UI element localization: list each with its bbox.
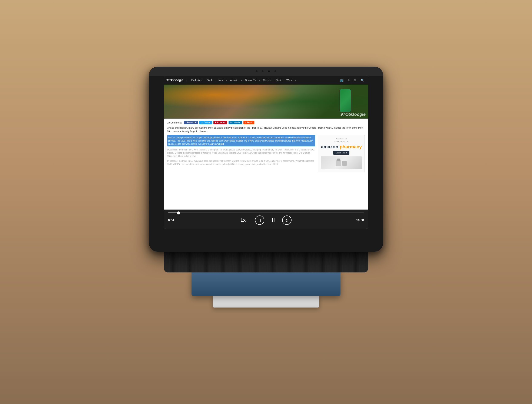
ad-brand: amazon pharmacy [321,144,362,150]
nav-item-stadia[interactable]: Stadia [274,78,283,82]
player-controls-row: 0:34 1x ↺ 10 [168,215,364,225]
device-stand [192,270,340,296]
rewind-button[interactable]: ↺ 10 [255,215,264,225]
nav-item-googletv[interactable]: Google TV [244,78,257,82]
sensor-left [256,70,258,72]
article-intro: Ahead of its launch, many believed the P… [167,126,365,133]
pinterest-icon: P [215,121,217,124]
article-area: 29 Comments f Facebook 🐦 Twitter P Pinte… [164,119,368,174]
playback-speed-label[interactable]: 1x [240,217,249,223]
article-paragraph-highlighted: Last fall, Google released two upper-mid… [167,135,315,146]
ad-introducing: INTRODUCING [321,141,362,143]
ad-box: Advertisement INTRODUCING amazon pharmac… [318,135,365,172]
ad-label: Advertisement [321,138,362,140]
article-paragraph-2: Meanwhile, the Pixel 4a 5G went the rout… [167,148,315,158]
nav-item-pixel[interactable]: Pixel [205,78,213,82]
share-reddit-button[interactable]: r Reddit [243,121,254,124]
camera-main [268,70,270,72]
advertisement-column: Advertisement INTRODUCING amazon pharmac… [318,135,365,172]
scroll-indicator[interactable] [166,139,166,165]
progress-thumb[interactable] [177,211,180,215]
forward-button[interactable]: ↻ 30 [282,215,292,225]
sensor-right [274,70,276,72]
svg-rect-2 [337,158,340,161]
ad-product-image [321,156,362,169]
scroll-thumb [166,146,166,152]
dollar-icon[interactable]: $ [346,78,351,83]
pharmacy-product-svg [335,158,348,167]
site-watermark: 9TO5Google [340,112,366,117]
player-center-controls: 1x ↺ 10 ⏸ [240,215,292,225]
navigation-bar: 9TO5Google ▾ Exclusives Pixel ▾ Nest ▾ A… [164,76,368,85]
content-columns: Last fall, Google released two upper-mid… [167,135,365,172]
pixel-phone-mockup [339,89,351,112]
logo-dropdown-arrow[interactable]: ▾ [186,79,187,81]
total-time-display: 10:58 [354,218,364,222]
play-pause-button[interactable]: ⏸ [270,217,276,224]
device-base-platform [213,295,319,308]
share-twitter-button[interactable]: 🐦 Twitter [199,121,212,124]
website-content: 9TO5Google ▾ Exclusives Pixel ▾ Nest ▾ A… [164,76,368,229]
speaker-fabric [164,251,368,272]
forward-seconds-label: 30 [285,220,288,223]
pause-icon: ⏸ [270,217,276,224]
search-icon[interactable]: 🔍 [359,78,366,83]
progress-bar[interactable] [168,213,364,213]
forward-circle: ↻ 30 [282,215,292,225]
sensor-left2 [262,70,263,72]
nav-item-work[interactable]: Work [285,78,293,82]
comment-count[interactable]: 29 Comments [167,121,182,124]
nav-item-exclusives[interactable]: Exclusives [190,78,204,82]
linkedin-icon: in [230,121,232,124]
rewind-circle: ↺ 10 [255,215,264,225]
share-facebook-button[interactable]: f Facebook [184,121,198,124]
twitter-icon: 🐦 [201,121,203,124]
facebook-icon: f [186,121,186,124]
article-paragraph-3: In essence, the Pixel 4a 5G may have bee… [167,159,315,166]
nest-hub-device: 9TO5Google ▾ Exclusives Pixel ▾ Nest ▾ A… [149,67,383,252]
article-text-column: Last fall, Google released two upper-mid… [167,135,315,172]
device-top-bar [149,67,383,76]
reddit-icon: r [245,121,246,124]
pixel-screen [340,89,351,112]
share-pinterest-button[interactable]: P Pinterest [214,121,227,124]
nav-item-nest[interactable]: Nest [217,78,225,82]
site-logo: 9TO5Google [166,78,183,82]
speaker-base [164,251,368,272]
audio-player: 0:34 1x ↺ 10 [164,209,368,229]
brightness-icon[interactable]: ☀ [352,78,358,83]
nav-item-chrome[interactable]: Chrome [262,78,272,82]
svg-rect-1 [342,161,347,166]
tv-icon[interactable]: 📺 [338,78,345,83]
ad-learn-more-button[interactable]: Learn more [333,151,349,155]
social-share-row: 29 Comments f Facebook 🐦 Twitter P Pinte… [167,121,365,124]
hero-background [164,85,368,119]
device-screen: 9TO5Google ▾ Exclusives Pixel ▾ Nest ▾ A… [164,76,368,229]
current-time-display: 0:34 [168,218,178,222]
nav-item-android[interactable]: Android [229,78,239,82]
rewind-seconds-label: 10 [258,220,261,223]
share-linkedin-button[interactable]: in Linkedin [228,121,242,124]
hero-image: 9TO5Google [164,85,368,119]
